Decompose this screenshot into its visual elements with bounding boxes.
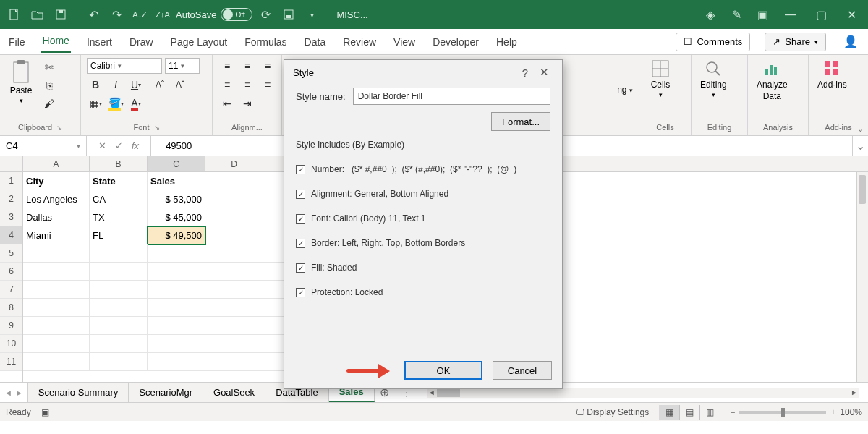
format-button[interactable]: Format... <box>491 112 550 131</box>
sheet-nav-next-icon[interactable]: ► <box>15 388 23 397</box>
align-top-icon[interactable]: ≡ <box>218 58 236 74</box>
sheet-nav-prev-icon[interactable]: ◄ <box>4 388 12 397</box>
collapse-ribbon-icon[interactable]: ⌄ <box>857 124 864 134</box>
style-include-checkbox[interactable]: ✓Alignment: General, Bottom Aligned <box>296 189 550 199</box>
minimize-button[interactable]: — <box>778 4 803 25</box>
name-box[interactable]: C4▾ <box>0 136 87 156</box>
cell[interactable] <box>205 172 263 190</box>
cell[interactable]: Miami <box>23 226 90 244</box>
cell[interactable] <box>23 353 90 371</box>
cell[interactable]: TX <box>90 208 148 226</box>
confirm-edit-icon[interactable]: ✓ <box>115 140 123 151</box>
tab-developer[interactable]: Developer <box>431 32 480 52</box>
cell[interactable] <box>148 299 205 317</box>
zoom-out-icon[interactable]: − <box>730 407 735 417</box>
cell[interactable] <box>90 353 148 371</box>
cell[interactable] <box>148 263 205 281</box>
column-header[interactable]: D <box>205 156 263 171</box>
cell[interactable] <box>23 263 90 281</box>
new-file-icon[interactable] <box>4 4 25 25</box>
cell[interactable] <box>205 244 263 263</box>
open-file-icon[interactable] <box>27 4 48 25</box>
page-break-view-button[interactable]: ▥ <box>699 405 720 420</box>
cell[interactable] <box>205 281 263 299</box>
close-window-button[interactable]: ✕ <box>839 4 864 25</box>
column-header[interactable]: C <box>148 156 205 171</box>
cell[interactable] <box>23 244 90 263</box>
tab-page-layout[interactable]: Page Layout <box>169 32 229 52</box>
premium-icon[interactable]: ◈ <box>700 4 720 25</box>
align-left-icon[interactable]: ≡ <box>218 77 236 93</box>
row-header[interactable]: 6 <box>0 263 22 281</box>
cell[interactable]: Los Angeles <box>23 190 90 208</box>
save2-icon[interactable] <box>278 4 299 25</box>
font-launcher-icon[interactable]: ↘ <box>154 124 160 132</box>
share-button[interactable]: ↗ Share ▾ <box>765 33 826 51</box>
sheet-tab[interactable]: Scenario Summary <box>28 383 129 402</box>
dialog-help-icon[interactable]: ? <box>516 67 535 79</box>
save-icon[interactable] <box>51 4 71 25</box>
cell[interactable] <box>148 335 205 353</box>
tab-data[interactable]: Data <box>303 32 328 52</box>
cell[interactable] <box>23 299 90 317</box>
clipboard-launcher-icon[interactable]: ↘ <box>56 124 62 132</box>
font-color-button[interactable]: A▾ <box>127 95 145 111</box>
account-icon[interactable]: 👤 <box>841 35 861 48</box>
cell[interactable]: FL <box>90 226 148 244</box>
row-header[interactable]: 4 <box>0 226 22 244</box>
cell[interactable] <box>90 281 148 299</box>
font-size-combo[interactable]: 11▾ <box>165 58 200 74</box>
cell[interactable]: Sales <box>148 172 205 190</box>
borders-button[interactable]: ▦▾ <box>87 95 104 111</box>
tab-formulas[interactable]: Formulas <box>243 32 288 52</box>
cell[interactable]: $ 53,000 <box>148 190 205 208</box>
cells-button[interactable]: Cells▾ <box>645 58 676 100</box>
shrink-font-button[interactable]: Aˇ <box>171 77 189 93</box>
tab-review[interactable]: Review <box>341 32 378 52</box>
cell[interactable] <box>90 299 148 317</box>
cell[interactable] <box>205 299 263 317</box>
window-mode-icon[interactable]: ▣ <box>752 4 773 25</box>
page-layout-view-button[interactable]: ▤ <box>679 405 699 420</box>
row-header[interactable]: 7 <box>0 281 22 299</box>
style-name-input[interactable]: Dollar Border Fill <box>353 88 550 105</box>
cell[interactable] <box>90 335 148 353</box>
cell[interactable] <box>90 244 148 263</box>
autosave-toggle[interactable]: AutoSave Off <box>176 8 252 21</box>
zoom-control[interactable]: − + 100% <box>730 407 862 417</box>
align-middle-icon[interactable]: ≡ <box>239 58 256 74</box>
editing-button[interactable]: Editing▾ <box>697 58 730 100</box>
align-right-icon[interactable]: ≡ <box>259 77 276 93</box>
tab-insert[interactable]: Insert <box>85 32 114 52</box>
cell[interactable] <box>23 335 90 353</box>
align-center-icon[interactable]: ≡ <box>239 77 256 93</box>
comments-button[interactable]: ☐ Comments <box>676 33 750 51</box>
undo-icon[interactable]: ↶ <box>83 4 103 25</box>
sort-desc-icon[interactable]: Z↓A <box>153 4 173 25</box>
expand-formula-bar-icon[interactable]: ⌄ <box>852 136 868 156</box>
style-include-checkbox[interactable]: ✓Protection: Locked <box>296 287 550 297</box>
style-include-checkbox[interactable]: ✓Font: Calibri (Body) 11, Text 1 <box>296 213 550 224</box>
sheet-tab[interactable]: ScenarioMgr <box>129 383 203 402</box>
style-include-checkbox[interactable]: ✓Number: _($* #,##0_);_($* (#,##0);_($* … <box>296 164 550 174</box>
cut-icon[interactable]: ✄ <box>41 59 58 75</box>
sheet-tab[interactable]: GoalSeek <box>203 383 265 402</box>
row-header[interactable]: 8 <box>0 299 22 317</box>
row-header[interactable]: 2 <box>0 190 22 208</box>
tab-help[interactable]: Help <box>495 32 519 52</box>
ok-button[interactable]: OK <box>404 361 482 380</box>
zoom-slider[interactable] <box>739 411 826 414</box>
analyze-data-button[interactable]: AnalyzeData <box>754 58 791 103</box>
paste-button[interactable]: Paste ▾ <box>6 58 36 106</box>
tab-home[interactable]: Home <box>41 30 71 53</box>
cancel-button[interactable]: Cancel <box>493 361 552 380</box>
hidden-group-dropdown[interactable]: ng ▾ <box>617 85 633 95</box>
align-bottom-icon[interactable]: ≡ <box>259 58 276 74</box>
underline-button[interactable]: U▾ <box>127 77 145 93</box>
copy-icon[interactable]: ⎘ <box>41 77 58 93</box>
row-header[interactable]: 9 <box>0 317 22 335</box>
normal-view-button[interactable]: ▦ <box>659 405 679 420</box>
addins-button[interactable]: Add-ins <box>814 58 850 91</box>
cell[interactable] <box>23 281 90 299</box>
tab-file[interactable]: File <box>7 32 27 52</box>
